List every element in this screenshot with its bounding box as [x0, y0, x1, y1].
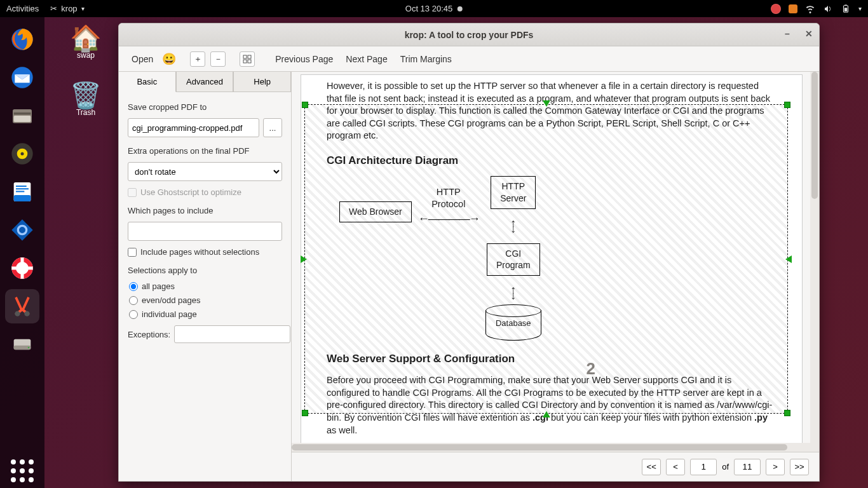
prev-page-button[interactable]: < — [666, 459, 685, 475]
dock-help[interactable] — [5, 251, 39, 285]
dock-krop[interactable] — [5, 289, 39, 323]
svg-point-10 — [21, 152, 24, 156]
radio-all-pages-label: all pages — [142, 281, 175, 291]
tab-advanced[interactable]: Advanced — [176, 72, 234, 92]
selections-apply-label: Selections apply to — [128, 266, 282, 275]
radio-even-odd-label: even/odd pages — [142, 295, 201, 305]
minimize-button[interactable]: – — [781, 27, 794, 40]
dock-show-apps[interactable] — [5, 454, 39, 488]
wifi-icon[interactable] — [805, 4, 815, 14]
dock-writer[interactable] — [5, 175, 39, 209]
page-of-label: of — [722, 462, 729, 471]
dock-disk[interactable] — [5, 327, 39, 362]
crop-handle-br[interactable] — [784, 410, 790, 416]
vertical-scrollbar[interactable] — [810, 72, 819, 443]
include-no-selection-checkbox[interactable] — [128, 248, 137, 257]
dock-firefox[interactable] — [5, 22, 39, 57]
diagram-cylinder-db: Database — [485, 310, 541, 341]
volume-icon[interactable] — [823, 4, 833, 14]
tab-help[interactable]: Help — [233, 72, 291, 92]
svg-rect-13 — [16, 186, 27, 187]
radio-all-pages[interactable] — [129, 282, 138, 291]
activities-button[interactable]: Activities — [6, 4, 39, 13]
ghostscript-label: Use Ghostscript to optimize — [140, 187, 241, 197]
which-pages-input[interactable] — [128, 222, 282, 241]
datetime-text: Oct 13 20:45 — [405, 4, 452, 13]
radio-even-odd[interactable] — [129, 296, 138, 305]
desktop-icon-label: swap — [64, 51, 108, 60]
crop-handle-rm[interactable] — [785, 255, 792, 263]
crop-handle-tr[interactable] — [784, 102, 790, 108]
pdf-heading: CGI Architecture Diagram — [327, 154, 776, 168]
arrow-icon: ↑↓ — [510, 220, 516, 232]
emoji-icon[interactable]: 😀 — [162, 52, 176, 66]
svg-rect-27 — [243, 55, 247, 58]
svg-rect-2 — [844, 8, 847, 11]
crop-handle-lm[interactable] — [301, 255, 307, 263]
battery-icon[interactable] — [841, 4, 851, 14]
which-pages-label: Which pages to include — [128, 206, 282, 215]
notification-dot-icon — [458, 6, 463, 11]
page-scroll-area[interactable]: However, it is possible to set up the HT… — [292, 72, 819, 443]
tab-basic[interactable]: Basic — [119, 72, 176, 92]
previous-page-button[interactable]: Previous Page — [271, 51, 337, 67]
title-bar[interactable]: krop: A tool to crop your PDFs – ✕ — [119, 24, 819, 46]
first-page-button[interactable]: << — [642, 459, 661, 475]
svg-marker-16 — [11, 219, 32, 240]
next-page-button[interactable]: Next Page — [342, 51, 391, 67]
svg-rect-6 — [14, 112, 31, 114]
horizontal-scrollbar[interactable] — [292, 443, 819, 452]
dock-settings[interactable] — [5, 213, 39, 247]
pdf-text: Before you proceed with CGI Programming,… — [327, 374, 776, 437]
svg-point-23 — [24, 311, 29, 316]
pdf-diagram: Web Browser HTTP Protocol ←————→ HTTP Se… — [339, 176, 776, 341]
save-path-input[interactable] — [128, 118, 259, 137]
crop-handle-tl[interactable] — [302, 102, 308, 108]
svg-rect-15 — [16, 191, 24, 192]
update-indicator-icon[interactable] — [771, 4, 781, 14]
top-bar: Activities ✂ krop ▾ Oct 13 20:45 ▾ — [0, 0, 868, 17]
zoom-out-button[interactable]: － — [210, 51, 226, 67]
radio-individual[interactable] — [129, 310, 138, 319]
window-title: krop: A tool to crop your PDFs — [405, 30, 534, 40]
svg-point-22 — [15, 311, 20, 316]
security-indicator-icon[interactable] — [789, 4, 797, 13]
zoom-in-button[interactable]: ＋ — [190, 51, 205, 67]
pdf-viewer: However, it is possible to set up the HT… — [292, 72, 819, 481]
pdf-page[interactable]: However, it is possible to set up the HT… — [301, 74, 803, 443]
diagram-box-browser: Web Browser — [339, 201, 412, 222]
dock-thunderbird[interactable] — [5, 60, 39, 95]
dock-rhythmbox[interactable] — [5, 137, 39, 171]
svg-rect-29 — [243, 60, 247, 63]
save-to-label: Save cropped PDF to — [128, 102, 282, 112]
fit-button[interactable] — [240, 51, 255, 67]
rotate-select[interactable]: don't rotate — [128, 162, 282, 181]
pdf-heading: Web Server Support & Configuration — [327, 352, 776, 367]
browse-button[interactable]: ... — [263, 118, 282, 137]
desktop-icon-trash[interactable]: 🗑️ Trash — [64, 83, 108, 117]
exceptions-label: Exceptions: — [128, 330, 170, 339]
system-menu-chevron-icon[interactable]: ▾ — [858, 5, 862, 12]
desktop-icon-swap[interactable]: 🏠 swap — [64, 25, 108, 60]
trim-margins-button[interactable]: Trim Margins — [397, 51, 456, 67]
dock-files[interactable] — [5, 98, 39, 133]
total-pages-display — [734, 459, 761, 475]
svg-rect-30 — [248, 60, 251, 63]
next-page-button-nav[interactable]: > — [766, 459, 785, 475]
active-app-menu[interactable]: ✂ krop ▾ — [50, 4, 84, 13]
clock[interactable]: Oct 13 20:45 — [405, 4, 463, 13]
ghostscript-checkbox — [128, 188, 137, 197]
toolbar: Open 😀 ＋ － Previous Page Next Page Trim … — [119, 46, 819, 72]
svg-rect-1 — [844, 4, 847, 5]
crop-handle-bl[interactable] — [302, 410, 308, 416]
page-navigator: << < of > >> — [292, 452, 819, 481]
last-page-button[interactable]: >> — [790, 459, 809, 475]
open-button[interactable]: Open — [128, 51, 157, 67]
close-button[interactable]: ✕ — [803, 27, 815, 40]
exceptions-input[interactable] — [174, 325, 290, 343]
radio-individual-label: individual page — [142, 309, 197, 319]
svg-rect-14 — [16, 188, 29, 189]
active-app-label: krop — [61, 4, 77, 13]
include-no-selection-label: Include pages without selections — [140, 247, 259, 257]
current-page-input[interactable] — [690, 459, 717, 475]
